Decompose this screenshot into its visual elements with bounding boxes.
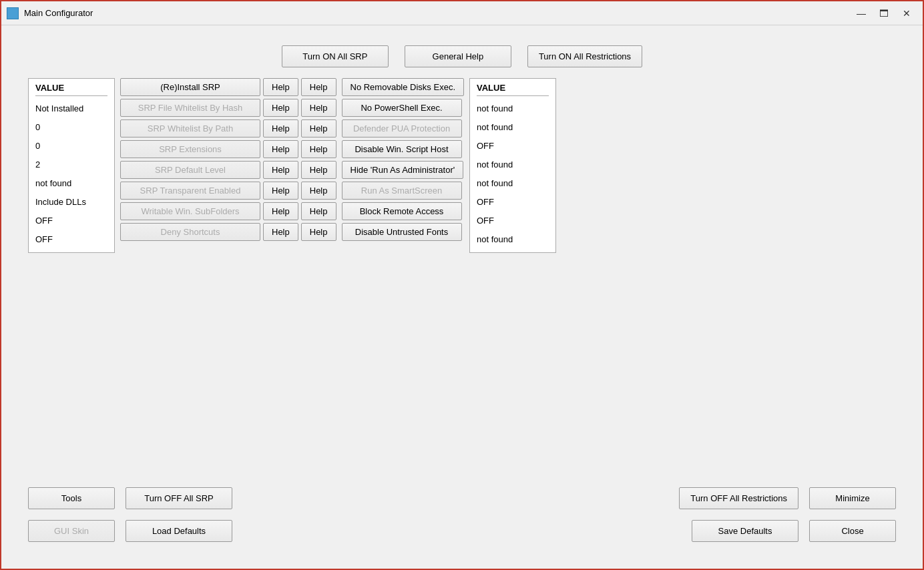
srp-action-button[interactable]: SRP Whitelist By Path	[120, 119, 260, 137]
srp-action-button[interactable]: (Re)Install SRP	[120, 78, 260, 96]
restriction-button[interactable]: No Removable Disks Exec.	[342, 78, 465, 96]
srp-help1-button[interactable]: Help	[263, 140, 298, 158]
srp-row: Deny ShortcutsHelpHelp	[120, 223, 336, 241]
save-defaults-button[interactable]: Save Defaults	[692, 520, 798, 542]
srp-help1-button[interactable]: Help	[263, 119, 298, 137]
main-area: VALUE Not Installed002not foundInclude D…	[28, 78, 896, 470]
tools-button[interactable]: Tools	[28, 487, 115, 509]
bottom-right-group: Save Defaults Close	[692, 520, 896, 542]
srp-help2-button[interactable]: Help	[301, 119, 336, 137]
close-button[interactable]: ✕	[896, 5, 917, 21]
right-value-item: not found	[477, 156, 549, 174]
left-value-item: OFF	[35, 231, 107, 248]
srp-action-button[interactable]: Writable Win. SubFolders	[120, 202, 260, 220]
srp-action-button[interactable]: Deny Shortcuts	[120, 223, 260, 241]
srp-row: SRP Transparent EnabledHelpHelp	[120, 182, 336, 200]
restriction-row: No Removable Disks Exec.	[342, 78, 465, 96]
left-value-item: 2	[35, 156, 107, 174]
restore-button[interactable]: 🗖	[873, 5, 895, 21]
left-value-panel: VALUE Not Installed002not foundInclude D…	[28, 78, 115, 253]
srp-help2-button[interactable]: Help	[301, 202, 336, 220]
close-app-button[interactable]: Close	[809, 520, 896, 542]
left-value-item: not found	[35, 175, 107, 192]
left-value-item: Not Installed	[35, 100, 107, 117]
right-value-item: OFF	[477, 194, 549, 211]
right-value-header: VALUE	[477, 83, 549, 96]
srp-help1-button[interactable]: Help	[263, 182, 298, 200]
srp-row: Writable Win. SubFoldersHelpHelp	[120, 202, 336, 220]
minimize-app-button[interactable]: Minimize	[809, 487, 896, 509]
top-row: Turn ON All SRP General Help Turn ON All…	[28, 45, 896, 67]
srp-row: SRP Whitelist By PathHelpHelp	[120, 119, 336, 137]
main-content: Turn ON All SRP General Help Turn ON All…	[1, 25, 923, 569]
window-controls: — 🗖 ✕	[851, 5, 917, 21]
left-value-header: VALUE	[35, 83, 107, 96]
srp-action-button[interactable]: SRP Extensions	[120, 140, 260, 158]
srp-action-button[interactable]: SRP Default Level	[120, 161, 260, 179]
srp-action-button[interactable]: SRP File Whitelist By Hash	[120, 99, 260, 117]
right-value-item: not found	[477, 119, 549, 136]
srp-help2-button[interactable]: Help	[301, 99, 336, 117]
srp-help2-button[interactable]: Help	[301, 182, 336, 200]
right-value-item: not found	[477, 100, 549, 117]
srp-help1-button[interactable]: Help	[263, 99, 298, 117]
srp-action-button[interactable]: SRP Transparent Enabled	[120, 182, 260, 200]
restriction-row: No PowerShell Exec.	[342, 99, 465, 117]
restriction-row: Run As SmartScreen	[342, 182, 465, 200]
title-bar: Main Configurator — 🗖 ✕	[1, 1, 923, 25]
bottom-left-group: GUI Skin Load Defaults	[28, 520, 232, 542]
restriction-row: Disable Win. Script Host	[342, 140, 465, 158]
load-defaults-button[interactable]: Load Defaults	[126, 520, 232, 542]
restriction-row: Block Remote Access	[342, 202, 465, 220]
general-help-button[interactable]: General Help	[405, 45, 511, 67]
restriction-button[interactable]: Disable Win. Script Host	[342, 140, 462, 158]
left-value-item: 0	[35, 119, 107, 136]
turn-off-restrictions-button[interactable]: Turn OFF All Restrictions	[679, 487, 798, 509]
srp-help1-button[interactable]: Help	[263, 161, 298, 179]
left-value-item: OFF	[35, 212, 107, 230]
srp-section: (Re)Install SRPHelpHelpSRP File Whitelis…	[120, 78, 336, 241]
srp-row: SRP ExtensionsHelpHelp	[120, 140, 336, 158]
restriction-row: Defender PUA Protection	[342, 119, 465, 137]
srp-row: SRP Default LevelHelpHelp	[120, 161, 336, 179]
srp-help1-button[interactable]: Help	[263, 223, 298, 241]
window-title: Main Configurator	[24, 8, 851, 18]
srp-help1-button[interactable]: Help	[263, 78, 298, 96]
srp-help2-button[interactable]: Help	[301, 140, 336, 158]
restrictions-section: No Removable Disks Exec.No PowerShell Ex…	[342, 78, 465, 241]
left-value-item: 0	[35, 137, 107, 155]
minimize-button[interactable]: —	[851, 5, 872, 21]
right-value-item: not found	[477, 231, 549, 248]
restriction-row: Disable Untrusted Fonts	[342, 223, 465, 241]
gui-skin-button[interactable]: GUI Skin	[28, 520, 115, 542]
bottom-row-2: GUI Skin Load Defaults Save Defaults Clo…	[28, 520, 896, 542]
bottom-row-1: Tools Turn OFF All SRP Turn OFF All Rest…	[28, 487, 896, 509]
left-value-item: Include DLLs	[35, 194, 107, 211]
right-value-item: OFF	[477, 137, 549, 155]
right-value-item: not found	[477, 175, 549, 192]
right-value-panel: VALUE not foundnot foundOFFnot foundnot …	[469, 78, 556, 253]
restriction-button[interactable]: Disable Untrusted Fonts	[342, 223, 462, 241]
srp-help2-button[interactable]: Help	[301, 223, 336, 241]
restriction-button[interactable]: Defender PUA Protection	[342, 119, 462, 137]
restriction-button[interactable]: Run As SmartScreen	[342, 182, 462, 200]
restriction-button[interactable]: Hide 'Run As Administrator'	[342, 161, 464, 179]
srp-help2-button[interactable]: Help	[301, 161, 336, 179]
turn-on-restrictions-button[interactable]: Turn ON All Restrictions	[527, 45, 642, 67]
srp-row: SRP File Whitelist By HashHelpHelp	[120, 99, 336, 117]
turn-on-srp-button[interactable]: Turn ON All SRP	[282, 45, 389, 67]
main-window: Main Configurator — 🗖 ✕ Turn ON All SRP …	[0, 0, 924, 570]
restriction-button[interactable]: No PowerShell Exec.	[342, 99, 462, 117]
restriction-button[interactable]: Block Remote Access	[342, 202, 462, 220]
turn-off-srp-button[interactable]: Turn OFF All SRP	[126, 487, 232, 509]
srp-row: (Re)Install SRPHelpHelp	[120, 78, 336, 96]
srp-help1-button[interactable]: Help	[263, 202, 298, 220]
app-icon	[7, 7, 19, 19]
restriction-row: Hide 'Run As Administrator'	[342, 161, 465, 179]
right-value-item: OFF	[477, 212, 549, 230]
srp-help2-button[interactable]: Help	[301, 78, 336, 96]
